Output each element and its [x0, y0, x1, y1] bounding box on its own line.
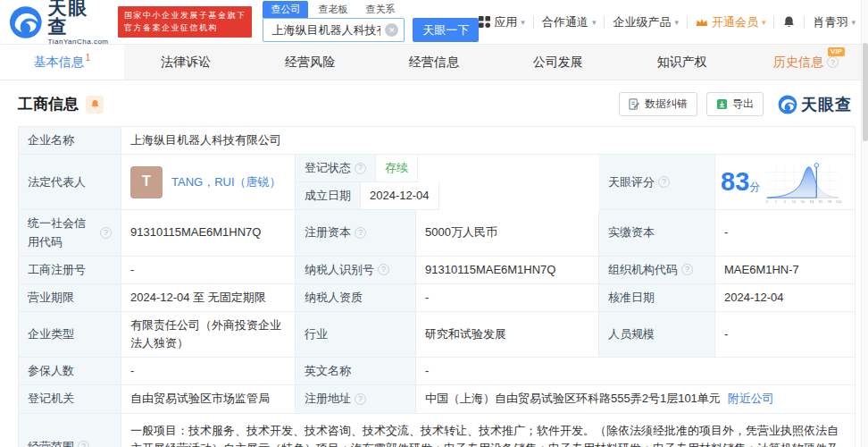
watermark-logo-text: 天眼查 — [801, 94, 852, 115]
search-button[interactable]: 天眼一下 — [413, 18, 479, 42]
divider — [533, 16, 534, 29]
table-row: 企业名称 上海纵目机器人科技有限公司 — [19, 127, 855, 155]
menu-enterprise-label: 企业级产品 — [613, 14, 671, 30]
tick-label: 5 — [784, 199, 787, 204]
field-label: 登记机关 — [19, 385, 121, 413]
menu-open-vip[interactable]: 开通会员 ▾ — [696, 14, 766, 30]
industry-value: 研究和试验发展 — [416, 312, 599, 358]
legal-rep-cell: T TANG，RUI（唐锐） — [121, 155, 296, 210]
gov-badge-line2: 官方备案企业征信机构 — [124, 22, 246, 34]
tick-label: 0 — [766, 199, 769, 204]
tab-basic-info-label: 基本信息 — [34, 55, 84, 71]
question-icon[interactable]: ? — [355, 393, 366, 405]
org-code-value: MAE6M1HN-7 — [715, 257, 855, 284]
search-tabs: 查公司 查老板 查关系 — [263, 2, 479, 18]
tab-company-development-label: 公司发展 — [533, 55, 583, 71]
question-icon[interactable]: ? — [78, 441, 89, 447]
tab-business-info-label: 经营信息 — [409, 55, 459, 71]
question-icon[interactable]: ? — [681, 264, 693, 275]
legal-rep-link[interactable]: TANG，RUI（唐锐） — [171, 173, 281, 191]
search-input[interactable] — [263, 18, 405, 42]
tab-legal-litigation[interactable]: 法律诉讼 — [124, 45, 248, 80]
tab-legal-litigation-label: 法律诉讼 — [161, 55, 211, 71]
tick-label: 15 — [792, 199, 797, 204]
field-label: 英文名称 — [296, 358, 416, 385]
tick-label: 84 — [810, 199, 814, 204]
menu-apps[interactable]: 应用 ▾ — [479, 14, 525, 30]
nearby-companies-link[interactable]: 附近公司 — [728, 390, 774, 408]
table-row: 经营范围 ? 一般项目：技术服务、技术开发、技术咨询、技术交流、技术转让、技术推… — [19, 414, 855, 447]
divider — [773, 16, 774, 29]
tick-label: 99 — [828, 199, 832, 204]
reg-capital-label: 注册资本 — [305, 224, 351, 241]
tick-label: 100 — [836, 199, 842, 204]
username: 肖青羽 — [813, 14, 847, 30]
field-label: 工商注册号 — [19, 257, 121, 284]
company-type-value: 有限责任公司（外商投资企业法人独资） — [121, 312, 296, 358]
search-tab-relation[interactable]: 查关系 — [357, 1, 403, 18]
reg-number-value: - — [121, 257, 296, 284]
search-tab-company[interactable]: 查公司 — [263, 1, 308, 18]
export-button[interactable]: 导出 — [706, 92, 764, 116]
question-icon[interactable]: ? — [827, 56, 839, 68]
est-date-value: 2024-12-04 — [361, 182, 439, 210]
notification-bell-icon[interactable] — [782, 15, 796, 29]
menu-enterprise-products[interactable]: 企业级产品 ▾ — [613, 14, 679, 30]
english-name-value: - — [416, 358, 855, 385]
tianyancha-logo[interactable]: 天眼查 TianYanCha.com — [9, 0, 109, 46]
data-correction-label: 数据纠错 — [645, 97, 688, 112]
tab-intellectual-property[interactable]: 知识产权 — [620, 45, 744, 80]
taxpayer-quality-value: - — [416, 284, 599, 312]
tab-company-development[interactable]: 公司发展 — [496, 45, 620, 80]
scrollbar[interactable] — [861, 0, 868, 447]
question-icon[interactable]: ? — [658, 176, 670, 188]
tab-business-risk[interactable]: 经营风险 — [248, 45, 372, 80]
question-icon[interactable]: ? — [378, 264, 389, 275]
field-label: 企业类型 — [19, 312, 121, 358]
reg-address-cell: 中国（上海）自由贸易试验区环科路555弄2号1层101单元 附近公司 — [416, 385, 855, 413]
search-area: 查公司 查老板 查关系 ✕ 天眼一下 — [263, 2, 479, 42]
approval-date-value: 2024-12-04 — [715, 284, 855, 312]
question-icon[interactable]: ? — [355, 227, 366, 239]
tab-business-risk-label: 经营风险 — [285, 55, 335, 71]
monitor-bell-icon[interactable] — [86, 96, 104, 114]
tab-business-info[interactable]: 经营信息 — [372, 45, 497, 80]
table-row: 参保人数 - 英文名称 - — [19, 358, 855, 385]
field-label: 营业期限 — [19, 284, 121, 312]
gov-certification-badge: 国家中小企业发展子基金旗下 官方备案企业征信机构 — [118, 6, 253, 37]
menu-cooperation-label: 合作通道 — [542, 14, 588, 30]
data-correction-button[interactable]: 数据纠错 — [619, 92, 697, 116]
menu-vip-label: 开通会员 — [712, 14, 758, 30]
tab-basic-info[interactable]: 基本信息 1 — [0, 45, 124, 80]
scrollbar-thumb[interactable] — [863, 43, 868, 141]
tab-history-info[interactable]: VIP 历史信息 ? — [744, 45, 868, 80]
field-label: 注册资本 ? — [296, 210, 416, 256]
export-label: 导出 — [732, 97, 754, 112]
question-icon[interactable]: ? — [100, 227, 112, 239]
crown-icon — [696, 17, 708, 28]
score-cell[interactable]: 83分 — [715, 155, 855, 210]
tick-label: 1 — [775, 199, 778, 204]
staff-size-value: - — [715, 312, 855, 358]
export-icon — [716, 98, 728, 110]
user-menu[interactable]: 肖青羽 ▾ — [813, 14, 855, 30]
question-icon[interactable]: ? — [355, 163, 366, 174]
correction-icon — [629, 98, 640, 110]
taxpayer-id-value: 91310115MAE6M1HN7Q — [416, 257, 599, 284]
menu-cooperation[interactable]: 合作通道 ▾ — [542, 14, 597, 30]
reg-address-label: 注册地址 — [305, 390, 351, 408]
tab-basic-info-count: 1 — [86, 53, 91, 63]
business-scope-value: 一般项目：技术服务、技术开发、技术咨询、技术交流、技术转让、技术推广；软件开发。… — [121, 414, 855, 447]
table-row: 统一社会信用代码 ? 91310115MAE6M1HN7Q 注册资本 ? 500… — [19, 210, 855, 256]
chevron-down-icon: ▾ — [762, 18, 766, 27]
reg-authority-value: 自由贸易试验区市场监管局 — [121, 385, 296, 413]
tab-history-info-label: 历史信息 — [773, 55, 823, 71]
tianyancha-swirl-icon — [778, 95, 797, 114]
chevron-down-icon: ▾ — [674, 18, 679, 27]
taxpayer-id-label: 纳税人识别号 — [305, 261, 374, 279]
apps-grid-icon — [479, 16, 490, 28]
avatar[interactable]: T — [130, 166, 163, 198]
company-name-value: 上海纵目机器人科技有限公司 — [121, 127, 855, 155]
field-label: 经营范围 ? — [19, 414, 121, 447]
search-tab-boss[interactable]: 查老板 — [310, 1, 355, 18]
